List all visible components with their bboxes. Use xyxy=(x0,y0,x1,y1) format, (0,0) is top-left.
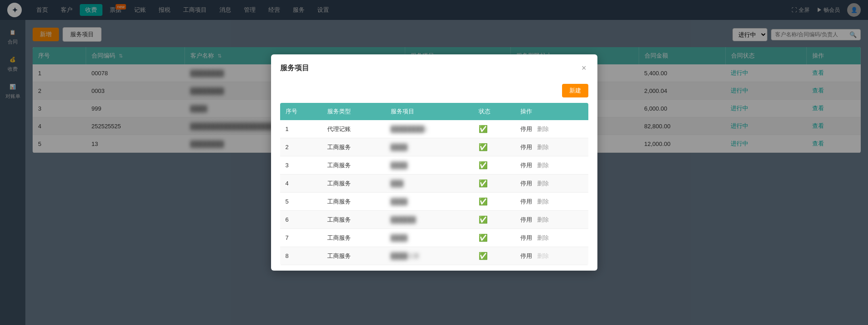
modal-header-row: 序号 服务类型 服务项目 状态 操作 xyxy=(280,103,588,120)
modal-row-seq: 5 xyxy=(280,193,322,211)
modal-row-action: 停用 删除 xyxy=(515,156,588,175)
list-item: 1 代理记账 ████████1 ✅ 停用 删除 xyxy=(280,120,588,138)
status-check-icon: ✅ xyxy=(479,234,488,242)
modal-row-item: ████████1 xyxy=(385,120,473,138)
status-check-icon: ✅ xyxy=(479,216,488,223)
modal-title: 服务项目 xyxy=(280,63,309,73)
modal-row-status: ✅ xyxy=(473,120,515,138)
modal-row-status: ✅ xyxy=(473,193,515,211)
list-item: 7 工商服务 ████ ✅ 停用 删除 xyxy=(280,229,588,247)
delete-button[interactable]: 删除 xyxy=(537,216,549,223)
modal-row-seq: 1 xyxy=(280,120,322,138)
modal-row-item: ███ xyxy=(385,175,473,193)
modal-row-status: ✅ xyxy=(473,211,515,229)
modal-row-item: ████ xyxy=(385,156,473,175)
modal-row-seq: 2 xyxy=(280,138,322,156)
status-check-icon: ✅ xyxy=(479,125,488,133)
modal-new-button[interactable]: 新建 xyxy=(562,84,588,97)
modal-row-seq: 6 xyxy=(280,211,322,229)
delete-button[interactable]: 删除 xyxy=(537,180,549,187)
modal-toolbar: 新建 xyxy=(280,84,588,97)
modal-row-status: ✅ xyxy=(473,229,515,247)
modal-row-status: ✅ xyxy=(473,138,515,156)
modal-row-action: 停用 删除 xyxy=(515,193,588,211)
mth-seq: 序号 xyxy=(280,103,322,120)
status-check-icon: ✅ xyxy=(479,179,488,187)
stop-button[interactable]: 停用 xyxy=(520,180,532,187)
modal-row-item: ████注册 xyxy=(385,247,473,265)
modal-row-item: ██████ xyxy=(385,211,473,229)
modal-row-action: 停用 删除 xyxy=(515,138,588,156)
status-check-icon: ✅ xyxy=(479,161,488,169)
list-item: 4 工商服务 ███ ✅ 停用 删除 xyxy=(280,175,588,193)
modal-row-seq: 8 xyxy=(280,247,322,265)
modal-row-status: ✅ xyxy=(473,175,515,193)
modal-row-type: 工商服务 xyxy=(322,211,385,229)
stop-button[interactable]: 停用 xyxy=(520,126,532,132)
status-check-icon: ✅ xyxy=(479,198,488,205)
modal-row-action: 停用 删除 xyxy=(515,120,588,138)
modal-row-type: 工商服务 xyxy=(322,247,385,265)
delete-button[interactable]: 删除 xyxy=(537,144,549,150)
modal-row-action: 停用 删除 xyxy=(515,247,588,265)
modal-row-action: 停用 删除 xyxy=(515,211,588,229)
service-modal: 服务项目 × 新建 序号 服务类型 服务项目 状态 操作 xyxy=(271,54,597,271)
mth-item: 服务项目 xyxy=(385,103,473,120)
delete-button[interactable]: 删除 xyxy=(537,234,549,241)
modal-table-scroll[interactable]: 序号 服务类型 服务项目 状态 操作 1 代理记账 ████████1 ✅ 停用… xyxy=(280,103,588,265)
list-item: 6 工商服务 ██████ ✅ 停用 删除 xyxy=(280,211,588,229)
modal-body: 新建 序号 服务类型 服务项目 状态 操作 1 代理记账 xyxy=(271,78,597,271)
delete-button[interactable]: 删除 xyxy=(537,198,549,205)
stop-button[interactable]: 停用 xyxy=(520,198,532,205)
list-item: 5 工商服务 ████ ✅ 停用 删除 xyxy=(280,193,588,211)
modal-row-status: ✅ xyxy=(473,247,515,265)
list-item: 3 工商服务 ████ ✅ 停用 删除 xyxy=(280,156,588,175)
status-check-icon: ✅ xyxy=(479,143,488,151)
modal-row-seq: 3 xyxy=(280,156,322,175)
modal-row-type: 代理记账 xyxy=(322,120,385,138)
modal-row-item: ████ xyxy=(385,138,473,156)
delete-button: 删除 xyxy=(537,252,549,259)
status-check-icon: ✅ xyxy=(479,252,488,260)
modal-row-seq: 4 xyxy=(280,175,322,193)
modal-header: 服务项目 × xyxy=(271,54,597,78)
delete-button[interactable]: 删除 xyxy=(537,162,549,169)
mth-type: 服务类型 xyxy=(322,103,385,120)
modal-row-action: 停用 删除 xyxy=(515,175,588,193)
stop-button[interactable]: 停用 xyxy=(520,252,532,259)
delete-button[interactable]: 删除 xyxy=(537,126,549,132)
stop-button[interactable]: 停用 xyxy=(520,144,532,150)
modal-row-type: 工商服务 xyxy=(322,175,385,193)
modal-row-type: 工商服务 xyxy=(322,229,385,247)
mth-status: 状态 xyxy=(473,103,515,120)
modal-close-button[interactable]: × xyxy=(580,62,588,75)
modal-row-type: 工商服务 xyxy=(322,156,385,175)
service-table: 序号 服务类型 服务项目 状态 操作 1 代理记账 ████████1 ✅ 停用… xyxy=(280,103,588,265)
stop-button[interactable]: 停用 xyxy=(520,234,532,241)
stop-button[interactable]: 停用 xyxy=(520,162,532,169)
modal-row-type: 工商服务 xyxy=(322,193,385,211)
modal-row-status: ✅ xyxy=(473,156,515,175)
mth-action: 操作 xyxy=(515,103,588,120)
modal-overlay[interactable]: 服务项目 × 新建 序号 服务类型 服务项目 状态 操作 xyxy=(0,0,868,325)
modal-row-seq: 7 xyxy=(280,229,322,247)
modal-row-item: ████ xyxy=(385,193,473,211)
modal-row-type: 工商服务 xyxy=(322,138,385,156)
modal-row-item: ████ xyxy=(385,229,473,247)
modal-row-action: 停用 删除 xyxy=(515,229,588,247)
list-item: 8 工商服务 ████注册 ✅ 停用 删除 xyxy=(280,247,588,265)
list-item: 2 工商服务 ████ ✅ 停用 删除 xyxy=(280,138,588,156)
stop-button[interactable]: 停用 xyxy=(520,216,532,223)
